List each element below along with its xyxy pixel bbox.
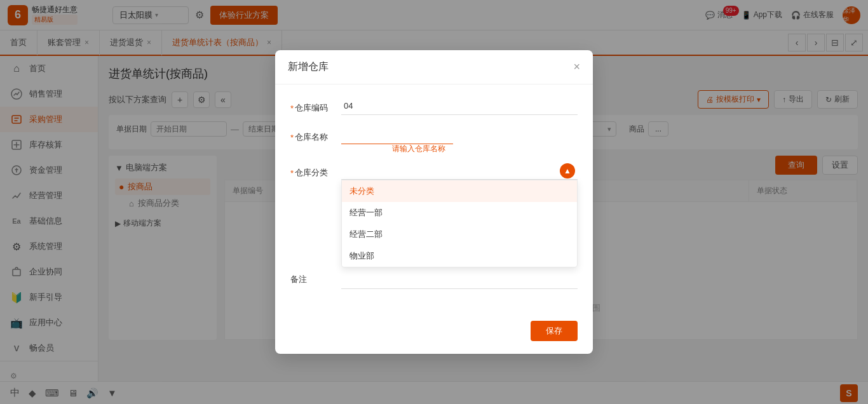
save-btn[interactable]: 保存 xyxy=(531,321,578,341)
chevron-up-icon: ▲ xyxy=(564,166,571,175)
category-dropdown-wrapper: ▲ 未分类 经营一部 经营二部 物业部 xyxy=(341,162,578,180)
warehouse-name-row: * 仓库名称 请输入仓库名称 xyxy=(290,126,578,144)
modal-footer: 保存 xyxy=(275,313,593,354)
warehouse-code-input[interactable] xyxy=(341,97,578,115)
dropdown-item-ops2[interactable]: 经营二部 xyxy=(342,224,577,245)
dropdown-item-ops1[interactable]: 经营一部 xyxy=(342,202,577,224)
remark-label: 备注 xyxy=(290,269,341,285)
modal-header: 新增仓库 × xyxy=(275,50,593,84)
warehouse-name-wrapper: 请输入仓库名称 xyxy=(341,126,578,144)
category-dropdown-list: 未分类 经营一部 经营二部 物业部 xyxy=(341,180,578,267)
modal-body: * 仓库编码 * 仓库名称 请输入仓库名称 * 仓库分类 xyxy=(275,84,593,313)
category-input[interactable] xyxy=(341,162,578,180)
warehouse-name-input[interactable] xyxy=(341,126,453,144)
category-toggle-btn[interactable]: ▲ xyxy=(560,163,575,178)
warehouse-name-error: 请输入仓库名称 xyxy=(392,144,445,154)
warehouse-name-label: * 仓库名称 xyxy=(290,126,341,143)
warehouse-category-label: * 仓库分类 xyxy=(290,162,341,178)
remark-row: 备注 xyxy=(290,269,578,289)
warehouse-category-row: * 仓库分类 ▲ 未分类 经营一部 经营二部 物业部 xyxy=(290,162,578,180)
dropdown-item-unclassified[interactable]: 未分类 xyxy=(342,180,577,202)
warehouse-code-label: * 仓库编码 xyxy=(290,97,341,114)
modal-close-btn[interactable]: × xyxy=(573,60,580,74)
remark-input[interactable] xyxy=(341,269,578,289)
new-warehouse-modal: 新增仓库 × * 仓库编码 * 仓库名称 请输入仓库名称 * xyxy=(275,50,593,354)
dropdown-item-property[interactable]: 物业部 xyxy=(342,245,577,267)
warehouse-code-row: * 仓库编码 xyxy=(290,97,578,115)
modal-title: 新增仓库 xyxy=(288,60,329,74)
